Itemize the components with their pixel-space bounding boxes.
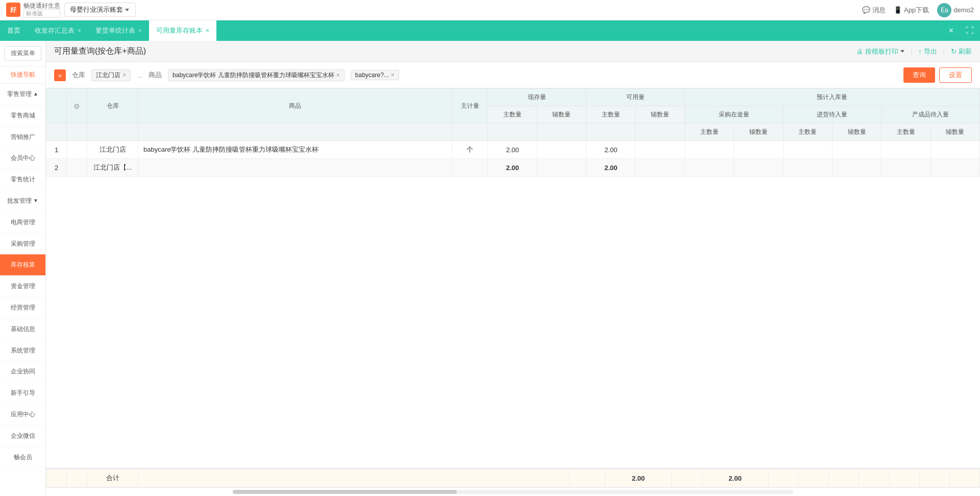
- sidebar-item-app-center[interactable]: 应用中心: [0, 404, 45, 426]
- cell-current-sub-1: [537, 141, 586, 159]
- sidebar-item-wholesale[interactable]: 批发管理 ▼: [0, 191, 45, 212]
- cell-pt-sub-2: [734, 159, 783, 177]
- warehouse-more[interactable]: ...: [137, 72, 142, 79]
- cell-current-main-1: 2.00: [488, 141, 537, 159]
- user-area[interactable]: Ea demo2: [937, 3, 974, 17]
- table-footer: 合计 2.00 2.00: [46, 468, 980, 487]
- summary-settings: [67, 469, 87, 487]
- sidebar-item-purchase[interactable]: 采购管理: [0, 233, 45, 255]
- sidebar-item-member-label: 会员中心: [11, 154, 35, 161]
- table-settings-icon[interactable]: ⚙: [74, 102, 80, 110]
- sidebar-item-inventory-label: 库存核算: [11, 261, 35, 268]
- sidebar-item-ecommerce[interactable]: 电商管理: [0, 212, 45, 233]
- tab-home-label: 首页: [7, 26, 20, 35]
- sidebar-item-finance[interactable]: 资金管理: [0, 276, 45, 297]
- cell-in-main-2: [783, 159, 832, 177]
- horizontal-scrollbar[interactable]: [233, 490, 793, 494]
- product-tag-2-text: babycare?...: [355, 72, 389, 79]
- tab-requisition[interactable]: 要货单统计表 ×: [88, 20, 149, 41]
- refresh-icon: ↻: [951, 48, 957, 55]
- sidebar-item-newbie[interactable]: 新手引导: [0, 383, 45, 404]
- settings-btn[interactable]: 设置: [939, 67, 972, 83]
- cell-avail-main-1: 2.00: [586, 141, 635, 159]
- message-btn[interactable]: 💬 消息: [862, 6, 886, 15]
- sidebar-item-operations-label: 经营管理: [11, 304, 35, 311]
- sidebar-item-retail-stats-label: 零售统计: [11, 176, 35, 183]
- export-btn[interactable]: ↑ 导出: [918, 47, 937, 56]
- warehouse-tag-remove[interactable]: ×: [122, 72, 126, 79]
- sidebar-item-retail-stats[interactable]: 零售统计: [0, 169, 45, 191]
- tab-available-label: 可用量库存账本: [156, 26, 203, 35]
- sidebar-item-marketing[interactable]: 营销推广: [0, 127, 45, 148]
- tab-collection-label: 收发存汇总表: [35, 26, 75, 35]
- search-menu-btn[interactable]: 搜索菜单: [4, 46, 41, 61]
- sidebar-item-enterprise-label: 企业协同: [11, 368, 35, 375]
- col-current-main: 主数量: [488, 106, 537, 124]
- cell-pi-sub-2: [930, 159, 979, 177]
- sidebar-item-ecommerce-label: 电商管理: [11, 219, 35, 226]
- sidebar-search: 搜索菜单: [0, 41, 45, 66]
- cell-pt-main-1: [684, 141, 733, 159]
- print-btn[interactable]: 🖨 按模板打印: [856, 47, 904, 56]
- sidebar-item-system[interactable]: 系统管理: [0, 340, 45, 362]
- page-header: 可用量查询(按仓库+商品) 🖨 按模板打印 | ↑ 导出 | ↻ 刷新: [46, 41, 980, 62]
- tab-available-close[interactable]: ×: [206, 27, 209, 34]
- org-selector[interactable]: 母婴行业演示账套: [64, 3, 136, 17]
- col-current-sub: 辅数量: [537, 106, 586, 124]
- tab-home[interactable]: 首页: [0, 20, 28, 41]
- org-selector-chevron: [125, 9, 129, 11]
- logo-text: 畅捷通好生意: [23, 2, 60, 9]
- sidebar: 搜索菜单 快捷导航 零售管理 ▲ 零售商城 营销推广 会员中心 零售统计 批发管…: [0, 41, 46, 496]
- sidebar-item-retail-shop[interactable]: 零售商城: [0, 105, 45, 127]
- sidebar-item-enterprise[interactable]: 企业协同: [0, 361, 45, 383]
- summary-pi-main: [919, 469, 949, 487]
- filter-expand-btn[interactable]: »: [54, 69, 66, 81]
- product-tag-1-remove[interactable]: ×: [336, 72, 340, 79]
- sidebar-item-retail-mgmt[interactable]: 零售管理 ▲: [0, 84, 45, 105]
- col-avail-main: 主数量: [586, 106, 635, 124]
- app-icon: 📱: [894, 6, 902, 14]
- refresh-btn[interactable]: ↻ 刷新: [951, 47, 972, 56]
- tab-requisition-label: 要货单统计表: [95, 26, 135, 35]
- summary-current-sub: [672, 469, 702, 487]
- top-bar: 好 畅捷通好生意 标准版 母婴行业演示账套 💬 消息 📱 App下载 Ea de…: [0, 0, 980, 20]
- tab-collection[interactable]: 收发存汇总表 ×: [28, 20, 88, 41]
- cell-warehouse-2: 江北门店【...: [87, 159, 138, 177]
- table-row: 2 江北门店【... 2.00 2.00: [46, 159, 980, 177]
- nav-expand-btn[interactable]: ⛶: [960, 20, 980, 41]
- export-icon: ↑: [918, 48, 922, 55]
- main-layout: 搜索菜单 快捷导航 零售管理 ▲ 零售商城 营销推广 会员中心 零售统计 批发管…: [0, 41, 980, 496]
- summary-pt-sub: [829, 469, 859, 487]
- cell-current-sub-2: [537, 159, 586, 177]
- app-download-btn[interactable]: 📱 App下载: [894, 6, 929, 15]
- nav-tabs: 首页 收发存汇总表 × 要货单统计表 × 可用量库存账本 × × ⛶: [0, 20, 980, 41]
- tab-requisition-close[interactable]: ×: [138, 27, 142, 34]
- cell-pi-main-1: [881, 141, 930, 159]
- quick-nav-btn[interactable]: 快捷导航: [0, 66, 45, 84]
- sidebar-item-retail-mgmt-label: 零售管理: [7, 90, 32, 99]
- logo-area: 好 畅捷通好生意 标准版: [6, 2, 60, 18]
- summary-pi-sub: [949, 469, 979, 487]
- username: demo2: [953, 6, 974, 14]
- sidebar-item-operations[interactable]: 经营管理: [0, 297, 45, 319]
- sidebar-item-vip[interactable]: 畅会员: [0, 447, 45, 468]
- cell-in-sub-1: [832, 141, 881, 159]
- product-tag-2-remove[interactable]: ×: [391, 72, 395, 79]
- query-btn[interactable]: 查询: [903, 67, 935, 83]
- summary-current-main: 2.00: [605, 469, 671, 487]
- sidebar-item-basics[interactable]: 基础信息: [0, 319, 45, 340]
- sidebar-item-wecom[interactable]: 企业微信: [0, 426, 45, 447]
- sidebar-item-inventory[interactable]: 库存核算: [0, 254, 45, 276]
- print-label: 按模板打印: [865, 47, 898, 56]
- cell-unit-2: [452, 159, 488, 177]
- tab-available[interactable]: 可用量库存账本 ×: [149, 20, 216, 41]
- nav-close-btn[interactable]: ×: [943, 20, 960, 41]
- cell-settings-2: [67, 159, 87, 177]
- tab-collection-close[interactable]: ×: [78, 27, 81, 34]
- sidebar-item-newbie-label: 新手引导: [11, 389, 35, 396]
- col-warehouse-header: 仓库: [87, 89, 138, 124]
- sidebar-item-member[interactable]: 会员中心: [0, 148, 45, 169]
- scrollbar-thumb[interactable]: [233, 490, 457, 494]
- col-current-stock-group: 现存量: [488, 89, 586, 106]
- logo-icon: 好: [6, 3, 20, 17]
